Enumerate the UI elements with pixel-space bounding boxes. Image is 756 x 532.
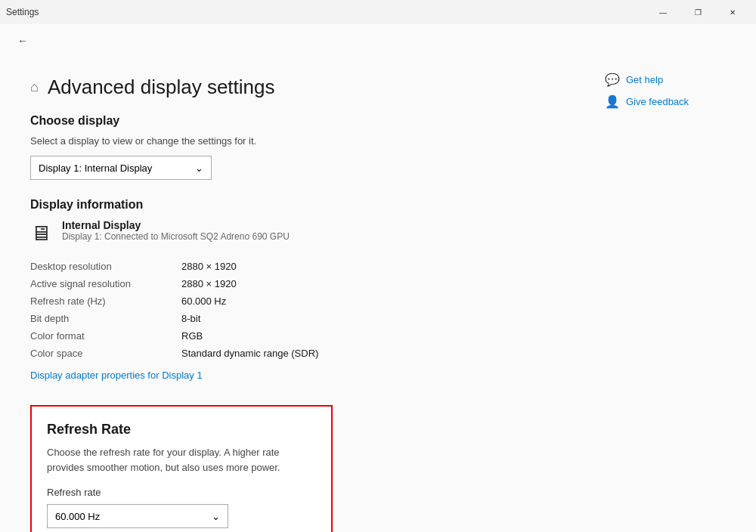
title-bar-left: Settings: [6, 7, 39, 17]
get-help-link[interactable]: 💬 Get help: [605, 73, 741, 87]
page-title-area: ⌂ Advanced display settings: [30, 73, 559, 114]
monitor-icon: 🖥: [30, 221, 51, 246]
display-name: Internal Display: [62, 219, 290, 231]
give-feedback-link[interactable]: 👤 Give feedback: [605, 94, 741, 109]
table-row: Color formatRGB: [30, 327, 559, 345]
refresh-rate-dropdown[interactable]: 60.000 Hz ⌄: [47, 504, 228, 528]
sidebar-right: 💬 Get help 👤 Give feedback: [590, 57, 756, 532]
table-row: Bit depth8-bit: [30, 310, 559, 327]
minimize-button[interactable]: —: [646, 0, 680, 24]
chevron-down-refresh-icon: ⌄: [212, 511, 220, 522]
main-content: ⌂ Advanced display settings Choose displ…: [0, 57, 590, 532]
display-header-text: Internal Display Display 1: Connected to…: [62, 219, 290, 242]
display-info-table: Desktop resolution2880 × 1920Active sign…: [30, 258, 559, 362]
content-area: ⌂ Advanced display settings Choose displ…: [0, 57, 756, 532]
refresh-rate-label: Refresh rate: [47, 487, 316, 498]
page-title: Advanced display settings: [48, 76, 275, 99]
refresh-rate-title: Refresh Rate: [47, 422, 316, 438]
info-value: Standard dynamic range (SDR): [181, 345, 559, 362]
info-label: Active signal resolution: [30, 275, 181, 292]
back-button[interactable]: ←: [12, 30, 33, 51]
table-row: Active signal resolution2880 × 1920: [30, 275, 559, 292]
maximize-button[interactable]: ❐: [680, 0, 715, 24]
nav-bar: ←: [0, 24, 756, 57]
display-dropdown-value: Display 1: Internal Display: [39, 162, 152, 174]
home-icon: ⌂: [30, 79, 39, 95]
display-subtitle: Display 1: Connected to Microsoft SQ2 Ad…: [62, 231, 290, 242]
info-value: 2880 × 1920: [181, 258, 559, 275]
info-label: Color format: [30, 327, 181, 345]
table-row: Refresh rate (Hz)60.000 Hz: [30, 292, 559, 310]
info-label: Bit depth: [30, 310, 181, 327]
get-help-icon: 💬: [605, 73, 620, 87]
refresh-rate-section: Refresh Rate Choose the refresh rate for…: [30, 405, 333, 532]
title-bar: Settings — ❐ ✕: [0, 0, 756, 24]
chevron-down-icon: ⌄: [195, 162, 203, 174]
info-value: 8-bit: [181, 310, 559, 327]
adapter-properties-link[interactable]: Display adapter properties for Display 1: [30, 370, 203, 381]
choose-display-title: Choose display: [30, 114, 559, 128]
info-value: RGB: [181, 327, 559, 345]
refresh-rate-dropdown-value: 60.000 Hz: [55, 511, 100, 522]
app-title: Settings: [6, 7, 39, 17]
title-bar-controls: — ❐ ✕: [646, 0, 750, 24]
choose-display-subtitle: Select a display to view or change the s…: [30, 135, 559, 147]
display-information-title: Display information: [30, 198, 559, 212]
table-row: Color spaceStandard dynamic range (SDR): [30, 345, 559, 362]
give-feedback-label: Give feedback: [626, 96, 689, 107]
display-header: 🖥 Internal Display Display 1: Connected …: [30, 219, 559, 246]
get-help-label: Get help: [626, 74, 663, 85]
close-button[interactable]: ✕: [715, 0, 750, 24]
display-information-section: Display information 🖥 Internal Display D…: [30, 198, 559, 387]
choose-display-section: Choose display Select a display to view …: [30, 114, 559, 180]
table-row: Desktop resolution2880 × 1920: [30, 258, 559, 275]
info-label: Refresh rate (Hz): [30, 292, 181, 310]
refresh-rate-description: Choose the refresh rate for your display…: [47, 445, 316, 475]
info-value: 60.000 Hz: [181, 292, 559, 310]
info-label: Color space: [30, 345, 181, 362]
info-label: Desktop resolution: [30, 258, 181, 275]
info-value: 2880 × 1920: [181, 275, 559, 292]
give-feedback-icon: 👤: [605, 94, 620, 109]
display-dropdown[interactable]: Display 1: Internal Display ⌄: [30, 156, 212, 180]
